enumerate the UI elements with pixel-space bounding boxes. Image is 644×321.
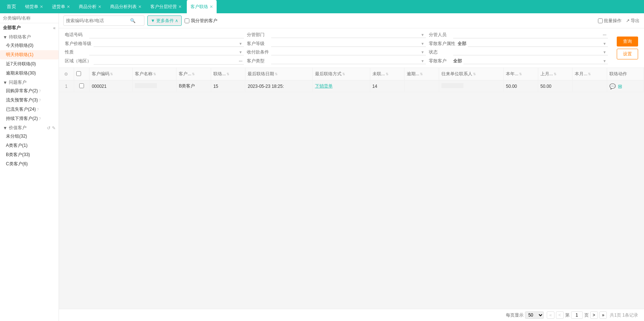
- sidebar-group-problem[interactable]: ▼ 问题客户: [0, 78, 59, 86]
- level-select[interactable]: ▼: [271, 41, 426, 47]
- phone-input[interactable]: [89, 31, 244, 38]
- sidebar-item-repeat-abnormal[interactable]: 回购异常客户(2) ?: [0, 86, 59, 96]
- dept-chevron: ▼: [421, 33, 424, 37]
- filter-level: 客户等级 ▼: [247, 41, 426, 47]
- value-edit-icon[interactable]: ✎: [52, 125, 56, 131]
- col-code[interactable]: 客户编码 ⇅: [90, 68, 132, 80]
- col-overdue[interactable]: 逾期... ⇅: [405, 68, 439, 80]
- col-this-month[interactable]: 本月... ⇅: [573, 68, 607, 80]
- filter-retail-attr: 零散客户属性 全部 ▼: [429, 41, 608, 47]
- col-type[interactable]: 客户... ⇅: [176, 68, 211, 80]
- nav-customer-contact-close[interactable]: ✕: [210, 0, 213, 13]
- nav-customer-seg-close[interactable]: ✕: [178, 0, 182, 13]
- sidebar-group-value[interactable]: ▼ 价值客户 ↺ ✎: [0, 123, 59, 132]
- row-code: 000021: [90, 80, 132, 92]
- region-select[interactable]: ···: [94, 58, 244, 65]
- col-last-date[interactable]: 最后联络日期 ⇅: [245, 68, 312, 80]
- sidebar-item-class-b[interactable]: B类客户(33): [0, 150, 59, 159]
- nav-home[interactable]: 首页: [3, 0, 20, 13]
- batch-operation-button[interactable]: 批量操作: [598, 18, 622, 24]
- sidebar-item-overdue[interactable]: 逾期未联络(30): [0, 69, 59, 78]
- settings-gear-icon[interactable]: ⚙: [64, 72, 68, 77]
- col-name[interactable]: 客户名称 ⇅: [132, 68, 176, 80]
- my-customer-checkbox-area[interactable]: 我分管的客户: [185, 18, 217, 24]
- nav-purchase[interactable]: 进货单 ✕: [48, 0, 74, 13]
- row-overdue: [405, 80, 439, 92]
- unit-contact-masked: [441, 83, 463, 88]
- nav-analysis[interactable]: 商品分析 ✕: [75, 0, 105, 13]
- query-button[interactable]: 查询: [617, 37, 638, 46]
- name-sort-icon: ⇅: [153, 72, 156, 76]
- status-select[interactable]: ▼: [453, 49, 608, 55]
- more-filters-button[interactable]: ▼ 更多条件 ∧: [147, 15, 182, 26]
- nav-customer-seg[interactable]: 客户分层经营 ✕: [147, 0, 185, 13]
- col-contact[interactable]: 联络... ⇅: [211, 68, 245, 80]
- select-all-checkbox[interactable]: [76, 71, 81, 76]
- sidebar-item-tomorrow[interactable]: 明天待联络(1): [0, 50, 59, 59]
- next-button[interactable]: >: [590, 311, 598, 319]
- sidebar-search-area: 🔍: [0, 13, 59, 23]
- row-last-date: 2023-05-23 18:25:: [245, 80, 312, 92]
- nav-analysis-list[interactable]: 商品分析列表 ✕: [106, 0, 145, 13]
- sidebar-collapse-icon[interactable]: «: [53, 25, 56, 31]
- last-method-link[interactable]: 下销货单: [315, 83, 333, 89]
- filter-row-4: 区域（地区） ··· 客户类型 ▼: [65, 58, 608, 65]
- action-comment-icon[interactable]: 💬: [609, 83, 616, 89]
- dept-select[interactable]: ▼: [271, 32, 426, 38]
- search-input[interactable]: [66, 18, 129, 23]
- person-select[interactable]: ···: [453, 31, 608, 38]
- filter-dept: 分管部门 ▼: [247, 32, 426, 38]
- settings-button[interactable]: 设置: [617, 49, 638, 59]
- nav-analysis-list-close[interactable]: ✕: [138, 0, 141, 13]
- value-refresh-icon[interactable]: ↺: [47, 125, 50, 131]
- nav-customer-contact[interactable]: 客户联络 ✕: [187, 0, 217, 13]
- row-index: 1: [59, 80, 74, 92]
- sidebar-item-declining[interactable]: 持续下滑客户(2) ?: [0, 114, 59, 123]
- nav-purchase-close[interactable]: ✕: [67, 0, 70, 13]
- retail-attr-select[interactable]: ▼: [468, 41, 608, 47]
- next-next-button[interactable]: »: [599, 311, 607, 319]
- sidebar-item-class-a[interactable]: A类客户(1): [0, 141, 59, 150]
- batch-checkbox[interactable]: [598, 18, 603, 23]
- col-unit-contact[interactable]: 往来单位联系人 ⇅: [439, 68, 504, 80]
- nav-sales[interactable]: 销货单 ✕: [21, 0, 47, 13]
- payment-select[interactable]: ▼: [271, 49, 426, 55]
- prev-prev-button[interactable]: «: [547, 311, 554, 319]
- price-level-select[interactable]: ▼: [94, 41, 244, 47]
- sidebar-search-input[interactable]: [3, 15, 58, 21]
- phone-label: 电话号码: [65, 32, 87, 38]
- nature-select[interactable]: ▼: [89, 49, 244, 55]
- col-uncontacted[interactable]: 未联... ⇅: [370, 68, 405, 80]
- this-year-sort-icon: ⇅: [519, 72, 522, 76]
- nav-analysis-close[interactable]: ✕: [98, 0, 101, 13]
- retail-customer-select[interactable]: ▼: [463, 58, 608, 64]
- help-icon-losing[interactable]: ?: [39, 98, 41, 103]
- sidebar-item-losing[interactable]: 流失预警客户(3) ?: [0, 96, 59, 105]
- sidebar-all-customers[interactable]: 全部客户 «: [0, 23, 59, 32]
- sidebar-group-pending[interactable]: ▼ 待联络客户: [0, 32, 59, 41]
- toolbar-right: 批量操作 ↗ 导出: [598, 18, 640, 24]
- nav-sales-close[interactable]: ✕: [40, 0, 43, 13]
- help-icon-declining[interactable]: ?: [39, 117, 41, 121]
- page-input[interactable]: [571, 311, 583, 319]
- sidebar-item-today[interactable]: 今天待联络(0): [0, 41, 59, 50]
- row-last-method[interactable]: 下销货单: [312, 80, 370, 92]
- col-last-method[interactable]: 最后联络方式 ⇅: [312, 68, 370, 80]
- my-customer-checkbox[interactable]: [185, 18, 189, 23]
- help-icon-repeat-abnormal[interactable]: ?: [39, 89, 41, 93]
- row-checkbox-cell: [74, 80, 90, 92]
- row-checkbox[interactable]: [79, 83, 84, 88]
- sidebar-item-class-c[interactable]: C类客户(6): [0, 159, 59, 169]
- col-last-month[interactable]: 上月... ⇅: [538, 68, 573, 80]
- sidebar-item-ungrouped[interactable]: 未分组(32): [0, 132, 59, 141]
- prev-button[interactable]: <: [556, 311, 564, 319]
- export-button[interactable]: ↗ 导出: [626, 18, 640, 24]
- search-icon[interactable]: 🔍: [130, 18, 136, 23]
- action-grid-icon[interactable]: ⊞: [618, 83, 622, 89]
- per-page-select[interactable]: 10 20 50 100: [525, 311, 544, 319]
- sidebar-item-lost[interactable]: 已流失客户(24) ?: [0, 105, 59, 114]
- help-icon-lost[interactable]: ?: [36, 107, 39, 112]
- sidebar-item-week[interactable]: 近7天待联络(0): [0, 59, 59, 69]
- col-this-year[interactable]: 本年... ⇅: [504, 68, 538, 80]
- customer-type-select[interactable]: ▼: [271, 58, 426, 64]
